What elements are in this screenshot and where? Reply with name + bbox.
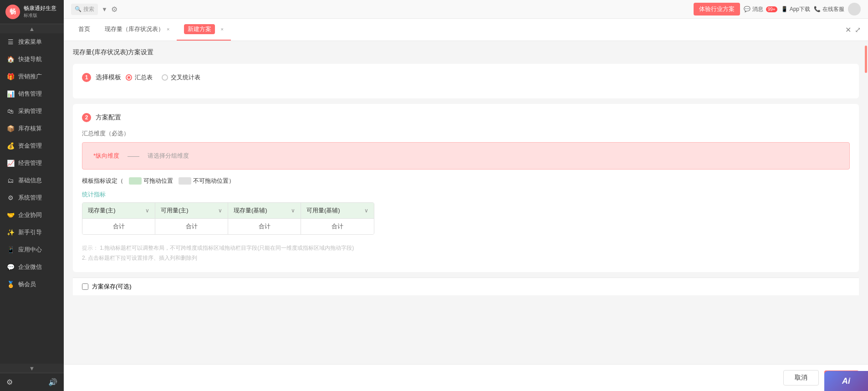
tab-new-plan-label: 新建方案 (184, 24, 215, 34)
indicator-settings-row: 模板指标设定（ 可拖动位置 不可拖动位置） (82, 177, 850, 185)
sidebar-item-member[interactable]: 🏅 畅会员 (0, 276, 64, 293)
chart-icon: 📊 (6, 90, 15, 98)
sidebar-item-sales[interactable]: 📊 销售管理 (0, 85, 64, 103)
gift-icon: 🎁 (6, 72, 15, 81)
sidebar-item-purchase[interactable]: 🛍 采购管理 (0, 103, 64, 120)
stats-col-3[interactable]: 现存量(基辅) ∨ (228, 203, 301, 218)
app-download-button[interactable]: 📱 App下载 (781, 5, 810, 13)
stats-col-4[interactable]: 可用量(基辅) ∨ (301, 203, 374, 218)
mobile-icon: 📱 (6, 246, 15, 254)
stats-col-4-label: 可用量(基辅) (306, 206, 340, 215)
hint-item-1: 1.拖动标题栏可以调整布局，不可跨维度或指标区域拖动栏目字段(只能在同一维度或指… (100, 245, 354, 251)
tab-inventory-status[interactable]: 现存量（库存状况表） × (97, 20, 177, 40)
sidebar-item-enterprise[interactable]: 🤝 企业协同 (0, 206, 64, 224)
sidebar-item-label: 企业协同 (18, 211, 42, 219)
error-box: *纵向维度 —— 请选择分组维度 (82, 142, 850, 170)
stats-col-3-label: 现存量(基辅) (234, 206, 267, 215)
step2-header: 2 方案配置 (82, 113, 850, 122)
cancel-button[interactable]: 取消 (783, 370, 819, 386)
download-icon: 📱 (781, 6, 788, 12)
stats-col-2[interactable]: 可用量(主) ∨ (155, 203, 228, 218)
page-title: 现存量(库存状况表)方案设置 (73, 48, 859, 57)
radio-summary-label: 汇总表 (135, 73, 153, 82)
sidebar-scroll-down[interactable]: ▼ (0, 364, 64, 373)
sidebar-item-system[interactable]: ⚙ 系统管理 (0, 189, 64, 206)
hints-box: 提示： 1.拖动标题栏可以调整布局，不可跨维度或指标区域拖动栏目字段(只能在同一… (82, 243, 850, 263)
user-avatar[interactable] (848, 3, 861, 15)
sidebar-bottom: ⚙ 🔊 (0, 373, 64, 391)
tab-new-plan-close[interactable]: × (220, 26, 223, 32)
sidebar-item-label: 销售管理 (18, 90, 42, 98)
ai-float-button[interactable]: Ai (824, 371, 868, 391)
required-dimension-label: *纵向维度 (93, 152, 119, 160)
online-service-button[interactable]: 📞 在线客服 (814, 5, 844, 13)
topbar-search[interactable]: 🔍 搜索 (71, 4, 98, 15)
template-radio-group: 汇总表 交叉统计表 (126, 73, 200, 82)
draggable-label: 可拖动位置 (143, 177, 173, 185)
sidebar-item-operations[interactable]: 📈 经营管理 (0, 154, 64, 172)
audio-icon[interactable]: 🔊 (48, 378, 57, 386)
sidebar-item-wechat[interactable]: 💬 企业微信 (0, 258, 64, 276)
graph-icon: 📈 (6, 159, 15, 167)
sidebar-item-quick-nav[interactable]: 🏠 快捷导航 (0, 51, 64, 68)
tab-close-all-icon[interactable]: ✕ (845, 26, 851, 34)
hints-title: 提示： (82, 245, 98, 251)
sidebar-item-new-guide[interactable]: ✨ 新手引导 (0, 224, 64, 241)
trial-industry-button[interactable]: 体验行业方案 (694, 3, 740, 15)
stats-col-1[interactable]: 现存量(主) ∨ (82, 203, 155, 218)
tab-home[interactable]: 首页 (71, 20, 97, 40)
sidebar-item-inventory[interactable]: 📦 库存核算 (0, 120, 64, 137)
service-icon: 📞 (814, 6, 821, 12)
stats-col-3-chevron[interactable]: ∨ (291, 207, 295, 214)
save-row: 方案保存(可选) (73, 278, 859, 295)
indicator-settings-prefix: 模板指标设定（ (82, 177, 123, 185)
sidebar-scroll-up[interactable]: ▲ (0, 24, 64, 33)
page-content: 现存量(库存状况表)方案设置 1 选择模板 汇总表 交叉统计表 (64, 41, 868, 364)
radio-summary-circle (126, 74, 132, 81)
sidebar-item-base-info[interactable]: 🗂 基础信息 (0, 172, 64, 189)
sidebar-item-label: 企业微信 (18, 263, 42, 271)
radio-summary[interactable]: 汇总表 (126, 73, 153, 82)
message-button[interactable]: 💬 消息 99+ (744, 5, 777, 13)
tab-inventory-close[interactable]: × (167, 26, 169, 32)
sidebar-item-finance[interactable]: 💰 资金管理 (0, 137, 64, 154)
stats-section-title: 统计指标 (82, 190, 850, 199)
stats-col-4-chevron[interactable]: ∨ (364, 207, 368, 214)
radio-cross[interactable]: 交叉统计表 (162, 73, 200, 82)
dimension-hint: 请选择分组维度 (148, 152, 189, 160)
sidebar-item-marketing[interactable]: 🎁 营销推广 (0, 68, 64, 85)
stats-cell-4: 合计 (301, 219, 374, 234)
draggable-indicator: 可拖动位置 (129, 177, 173, 185)
stats-col-1-chevron[interactable]: ∨ (145, 207, 149, 214)
sidebar-item-label: 库存核算 (18, 124, 42, 133)
search-placeholder: 搜索 (83, 5, 94, 13)
settings-icon[interactable]: ⚙ (6, 378, 13, 386)
gear-icon: ⚙ (6, 194, 15, 202)
sidebar-item-label: 资金管理 (18, 142, 42, 150)
step2-title: 方案配置 (96, 113, 121, 122)
topbar-dropdown-icon[interactable]: ▼ (102, 6, 107, 13)
home-icon: 🏠 (6, 55, 15, 63)
scroll-indicator (865, 46, 867, 73)
app-name: 畅康通好生意 (24, 5, 56, 12)
drag-box (129, 177, 142, 185)
settings-gear-icon[interactable]: ⚙ (111, 5, 117, 14)
sidebar-item-label: 搜索菜单 (18, 38, 42, 46)
save-checkbox[interactable] (82, 283, 88, 290)
sidebar-item-search-menu[interactable]: ☰ 搜索菜单 (0, 33, 64, 51)
stats-col-2-chevron[interactable]: ∨ (218, 207, 222, 214)
sidebar-item-app-center[interactable]: 📱 应用中心 (0, 241, 64, 258)
star-icon: ✨ (6, 228, 15, 237)
action-bar: 取消 查询 (64, 364, 868, 391)
tab-new-plan[interactable]: 新建方案 × (177, 19, 230, 41)
money-icon: 💰 (6, 142, 15, 150)
logo-icon: 畅 (5, 5, 20, 19)
tab-expand-icon[interactable]: ⤢ (855, 26, 861, 34)
sidebar-item-label: 基础信息 (18, 176, 42, 185)
step2-badge: 2 (82, 113, 91, 122)
search-icon: 🔍 (75, 6, 82, 12)
summary-dimension-label: 汇总维度（必选） (82, 129, 850, 138)
stats-table-row-1: 合计 合计 合计 合计 (82, 218, 374, 234)
hint-item-2: 2. 点击标题栏下拉可设置排序、插入列和删除列 (82, 255, 197, 261)
app-logo: 畅 畅康通好生意 标准版 (0, 0, 64, 24)
